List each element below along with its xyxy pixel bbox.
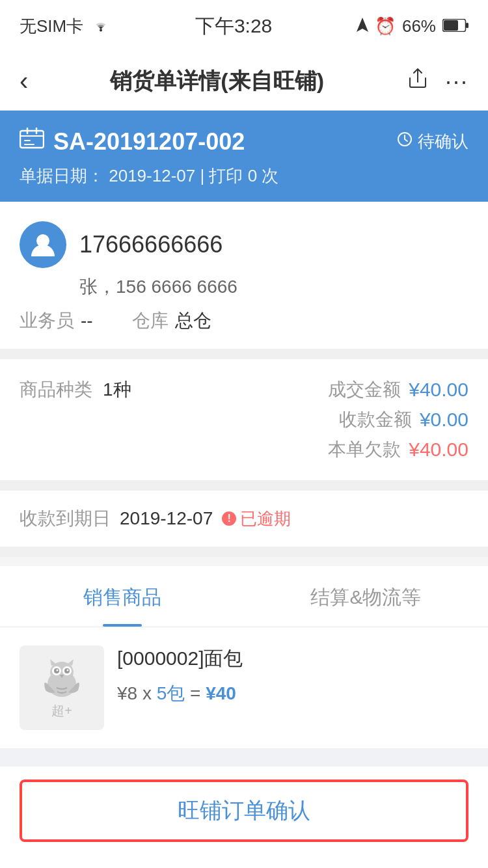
- divider-3: [0, 547, 488, 557]
- salesperson-label: 业务员: [20, 308, 74, 333]
- product-list: 超+ [0000002]面包 ¥8 x 5包 = ¥40: [0, 627, 488, 749]
- nav-actions: ···: [406, 66, 468, 96]
- tabs-section: 销售商品 结算&物流等: [0, 566, 488, 749]
- warehouse-value: 总仓: [175, 308, 211, 333]
- status-text: 待确认: [418, 130, 468, 153]
- amounts: 成交金额 ¥40.00 收款金额 ¥0.00 本单欠款 ¥40.00: [328, 377, 468, 462]
- svg-rect-3: [444, 20, 458, 31]
- svg-point-13: [57, 669, 59, 671]
- more-button[interactable]: ···: [445, 68, 468, 95]
- product-thumbnail: 超+: [20, 645, 104, 730]
- tab-sales-products[interactable]: 销售商品: [0, 566, 244, 627]
- page-title: 销货单详情(来自旺铺): [110, 66, 324, 96]
- product-qty: 5包: [157, 683, 185, 703]
- tabs-row: 销售商品 结算&物流等: [0, 566, 488, 627]
- battery-text: 66%: [402, 16, 436, 36]
- carrier-text: 无SIM卡: [20, 15, 83, 38]
- due-date-value: 2019-12-07: [120, 508, 213, 529]
- order-date: 单据日期： 2019-12-07 | 打印 0 次: [20, 165, 468, 187]
- divider-1: [0, 349, 488, 359]
- product-details: [0000002]面包 ¥8 x 5包 = ¥40: [117, 645, 468, 706]
- battery-icon: [442, 16, 468, 36]
- debt-amount-row: 本单欠款 ¥40.00: [328, 437, 468, 462]
- product-name: [0000002]面包: [117, 645, 468, 672]
- svg-point-14: [67, 669, 69, 671]
- divider-2: [0, 480, 488, 491]
- warehouse-label: 仓库: [132, 308, 169, 333]
- order-header: SA-20191207-002 待确认 单据日期： 2019-12-07 | 打…: [0, 111, 488, 202]
- transaction-amount-label: 成交金额: [328, 377, 401, 402]
- product-type-label: 商品种类: [20, 377, 92, 402]
- transaction-amount-value: ¥40.00: [409, 379, 468, 401]
- alarm-icon: ⏰: [375, 16, 396, 36]
- salesperson-item: 业务员 --: [20, 308, 93, 333]
- customer-name-info: 张，156 6666 6666: [20, 275, 468, 299]
- confirm-order-button[interactable]: 旺铺订单确认: [20, 780, 468, 842]
- debt-amount-label: 本单欠款: [328, 437, 401, 462]
- overdue-dot-icon: !: [222, 511, 236, 526]
- received-amount-label: 收款金额: [339, 407, 412, 432]
- status-time: 下午3:28: [195, 13, 272, 40]
- transaction-amount-row: 成交金额 ¥40.00: [328, 377, 468, 402]
- status-bar: 无SIM卡 下午3:28 ⏰ 66%: [0, 0, 488, 52]
- tab-settlement-logistics[interactable]: 结算&物流等: [244, 566, 488, 627]
- customer-section: 17666666666 张，156 6666 6666 业务员 -- 仓库 总仓: [0, 202, 488, 349]
- location-indicator: [357, 16, 368, 36]
- product-price: ¥8: [117, 683, 137, 703]
- overdue-text: 已逾期: [240, 508, 291, 530]
- clock-icon: [397, 131, 413, 152]
- due-date-label: 收款到期日: [20, 506, 111, 531]
- back-button[interactable]: ‹: [20, 66, 28, 96]
- wifi-icon: [91, 16, 111, 36]
- product-price-row: ¥8 x 5包 = ¥40: [117, 681, 468, 706]
- table-row: 超+ [0000002]面包 ¥8 x 5包 = ¥40: [0, 627, 488, 749]
- debt-amount-value: ¥40.00: [409, 439, 468, 461]
- status-right: ⏰ 66%: [357, 16, 468, 36]
- product-total: ¥40: [206, 683, 236, 703]
- due-date-section: 收款到期日 2019-12-07 ! 已逾期: [0, 491, 488, 547]
- received-amount-row: 收款金额 ¥0.00: [339, 407, 468, 432]
- share-button[interactable]: [406, 66, 429, 96]
- nav-bar: ‹ 销货单详情(来自旺铺) ···: [0, 52, 488, 111]
- salesperson-value: --: [81, 310, 93, 331]
- customer-phone: 17666666666: [79, 231, 223, 258]
- confirm-btn-wrapper: 旺铺订单确认: [0, 766, 488, 868]
- multiply-sign: x: [142, 683, 152, 703]
- avatar: [20, 221, 66, 268]
- brand-plus: 超+: [51, 702, 72, 720]
- order-summary: 商品种类 1种 成交金额 ¥40.00 收款金额 ¥0.00 本单欠款 ¥40.…: [0, 359, 488, 480]
- order-icon: [20, 128, 44, 156]
- customer-meta: 业务员 -- 仓库 总仓: [20, 308, 468, 333]
- svg-rect-2: [466, 23, 468, 28]
- order-id: SA-20191207-002: [20, 128, 245, 156]
- received-amount-value: ¥0.00: [420, 409, 468, 431]
- overdue-badge: ! 已逾期: [222, 508, 291, 530]
- status-left: 无SIM卡: [20, 15, 111, 38]
- svg-rect-4: [20, 131, 44, 148]
- product-type-value: 1种: [103, 377, 131, 402]
- order-status: 待确认: [397, 130, 468, 153]
- equals-sign: =: [190, 683, 200, 703]
- warehouse-item: 仓库 总仓: [132, 308, 211, 333]
- svg-point-0: [100, 29, 102, 31]
